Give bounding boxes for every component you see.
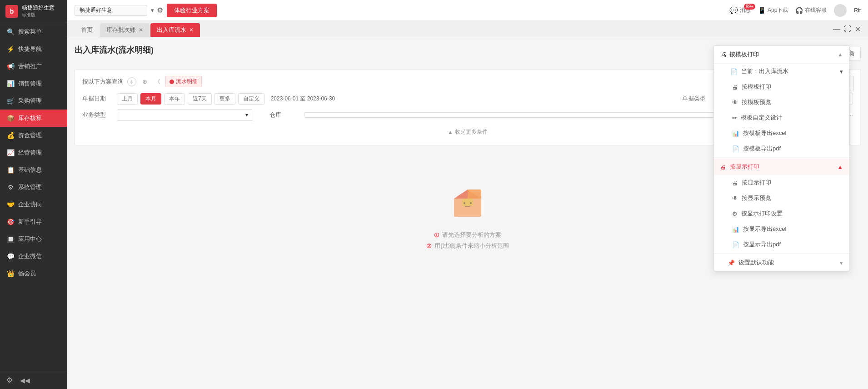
biz-label: 业务类型 [82,111,110,119]
empty-step-2: ② 用[过滤]条件来缩小分析范围 [426,242,509,250]
filter-add-btn[interactable]: + [127,77,136,86]
template-preview-item[interactable]: 👁 按模板预览 [714,95,849,110]
page-content: 出入库流水(流水明细) 🖨 按模板打印 ▲ ↑ 导出 ↺ 刷新 [67,37,868,389]
headset-icon: 🎧 [795,7,803,14]
sidebar-item-label: 新手引导 [18,218,42,226]
sidebar-item-operation[interactable]: 📈 经营管理 [0,144,67,161]
sidebar-nav: 🔍 搜索菜单 ⚡ 快捷导航 📢 营销推广 📊 销售管理 🛒 采购管理 📦 库存核… [0,23,67,371]
display-pdf-label: 按显示导出pdf [743,240,781,249]
sidebar-item-enterprise-wechat[interactable]: 💬 企业微信 [0,248,67,265]
sidebar-item-inventory[interactable]: 📦 库存核算 [0,110,67,127]
sales-icon: 📊 [6,80,15,88]
topbar: ▾ ⚙ 体验行业方案 💬 消息 99+ 📱 App下载 🎧 在线客服 Rit [67,0,868,21]
sidebar-collapse-btn[interactable]: ◀◀ [20,377,30,384]
tab-inventory-batch-close[interactable]: ✕ [139,27,143,33]
date-btn-7days[interactable]: 近7天 [188,93,212,105]
display-preview-item[interactable]: 👁 按显示预览 [714,190,849,206]
sidebar-item-quick-nav[interactable]: ⚡ 快捷导航 [0,40,67,58]
app-title: 畅捷通好生意 [22,5,55,12]
template-excel-item[interactable]: 📊 按模板导出excel [714,125,849,141]
maximize-btn[interactable]: ⛶ [844,25,851,33]
display-preview-icon: 👁 [732,195,738,202]
display-pdf-icon: 📄 [732,241,739,248]
biz-type-selector[interactable]: ▾ [117,109,253,121]
print-header-icon: 🖨 [720,51,727,58]
sidebar-item-system[interactable]: ⚙ 系统管理 [0,179,67,196]
template-pdf-icon: 📄 [732,145,739,152]
template-pdf-item[interactable]: 📄 按模板导出pdf [714,141,849,156]
operation-icon: 📈 [6,149,15,157]
date-btn-last-month[interactable]: 上月 [117,93,138,105]
filter-collapse-btn[interactable]: 《 [153,77,162,86]
sidebar-item-label: 营销推广 [18,62,42,70]
filter-chip-label: 流水明细 [176,78,198,85]
current-icon: 📄 [730,68,738,75]
sidebar-item-app-center[interactable]: 🔲 应用中心 [0,230,67,248]
search-icon: 🔍 [6,28,15,36]
sidebar-item-label: 经营管理 [18,149,42,157]
date-btn-year[interactable]: 本年 [164,93,185,105]
date-btn-more[interactable]: 更多 [215,93,235,105]
filter-chip[interactable]: 流水明细 [165,76,202,87]
display-print-settings-item[interactable]: ⚙ 按显示打印设置 [714,206,849,221]
template-custom-item[interactable]: ✏ 模板自定义设计 [714,110,849,125]
sidebar-item-label: 销售管理 [18,80,42,88]
lightning-icon: ⚡ [6,45,15,53]
empty-step-2-text: 用[过滤]条件来缩小分析范围 [434,242,509,250]
message-btn[interactable]: 💬 消息 99+ [729,6,751,15]
tab-flow-close[interactable]: ✕ [189,27,194,33]
dropdown-close-arrow[interactable]: ▲ [838,51,843,58]
avatar[interactable] [834,4,847,17]
sidebar-item-label: 资金管理 [18,131,42,140]
section-arrow-up: ▲ [837,164,843,170]
sidebar-item-member[interactable]: 👑 畅会员 [0,265,67,282]
display-excel-icon: 📊 [732,226,739,233]
sidebar-item-enterprise[interactable]: 🤝 企业协同 [0,196,67,213]
minimize-btn[interactable]: — [833,25,840,33]
newbie-icon: 🎯 [6,218,15,226]
app-logo: b [5,5,18,18]
tab-home[interactable]: 首页 [75,23,99,37]
display-excel-label: 按显示导出excel [743,225,786,233]
topbar-left: ▾ ⚙ 体验行业方案 [75,4,217,17]
close-btn[interactable]: ✕ [855,25,861,33]
tab-inventory-batch[interactable]: 库存批次账 ✕ [100,23,150,37]
online-service-btn[interactable]: 🎧 在线客服 [795,6,827,14]
sidebar-item-basic[interactable]: 📋 基础信息 [0,161,67,179]
date-btn-custom[interactable]: 自定义 [238,93,264,105]
print-current-label: 当前：出入库流水 [741,67,788,75]
display-print-item[interactable]: 🖨 按显示打印 [714,175,849,190]
filter-settings-btn[interactable]: ⊕ [140,77,149,86]
display-print-section-header[interactable]: 🖨 按显示打印 ▲ [714,159,849,175]
date-btn-current-month[interactable]: 本月 [140,93,161,105]
sidebar-item-label: 基础信息 [18,166,42,174]
dropdown-arrow-icon[interactable]: ▾ [151,7,154,14]
industry-btn[interactable]: 体验行业方案 [167,4,217,17]
sidebar-item-newbie[interactable]: 🎯 新手引导 [0,213,67,230]
inventory-icon: 📦 [6,114,15,122]
app-label: App下载 [768,6,788,14]
template-print-item[interactable]: 🖨 按模板打印 [714,79,849,95]
sidebar-item-sales[interactable]: 📊 销售管理 [0,75,67,92]
set-default-item[interactable]: 📌 设置默认功能 ▾ [714,254,849,271]
sidebar-item-search[interactable]: 🔍 搜索菜单 [0,23,67,40]
divider-2 [714,253,849,254]
search-input[interactable] [75,5,147,16]
sidebar-item-label: 库存核算 [18,114,42,122]
collapse-label: 收起更多条件 [455,128,488,136]
template-pdf-label: 按模板导出pdf [743,145,781,153]
tab-flow[interactable]: 出入库流水 ✕ [150,23,200,37]
display-pdf-item[interactable]: 📄 按显示导出pdf [714,237,849,252]
sidebar-item-purchase[interactable]: 🛒 采购管理 [0,92,67,110]
display-excel-item[interactable]: 📊 按显示导出excel [714,221,849,237]
sidebar-item-marketing[interactable]: 📢 营销推广 [0,58,67,75]
sidebar-item-finance[interactable]: 💰 资金管理 [0,127,67,144]
message-icon: 💬 [729,6,738,15]
current-arrow: ▾ [840,68,843,75]
print-dropdown-title: 按模板打印 [729,50,759,59]
app-download-btn[interactable]: 📱 App下载 [758,6,788,14]
sidebar-settings-btn[interactable]: ⚙ [6,376,13,384]
app-center-icon: 🔲 [6,235,15,243]
print-current-item[interactable]: 📄 当前：出入库流水 ▾ [714,64,849,79]
settings-icon[interactable]: ⚙ [157,6,163,15]
